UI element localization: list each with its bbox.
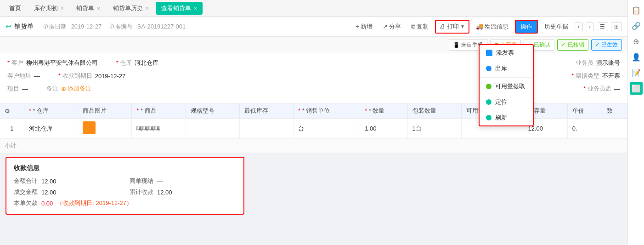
operator-field: 业务员 演示账号 <box>576 59 620 67</box>
copy-button[interactable]: ⧉ 复制 <box>407 21 432 33</box>
product-image <box>83 121 96 134</box>
customer-label: 客户 <box>7 59 23 67</box>
row-amount <box>602 119 627 139</box>
add-note-button[interactable]: ⊕ 添加备注 <box>61 85 91 93</box>
ticket-type-value: 不开票 <box>602 72 620 80</box>
cumulative-label: 累计收款 <box>130 188 153 196</box>
address-field: 客户地址 — <box>7 72 40 80</box>
amount-col-header: 数 <box>602 103 627 119</box>
note-field: 备注 ⊕ 添加备注 <box>46 85 91 93</box>
product-img-col-header: 商品图片 <box>78 103 131 119</box>
refresh-item[interactable]: 刷新 <box>480 110 533 125</box>
row-product-img <box>78 119 131 139</box>
note-label: 备注 <box>46 85 58 93</box>
sidebar-user-icon[interactable]: 👤 <box>630 51 643 63</box>
settlement-label: 同单现结 <box>130 177 153 185</box>
business-field: 业务员孟 — <box>583 85 620 93</box>
available-extract-item[interactable]: 可用量提取 <box>480 79 533 94</box>
tab-sales-history[interactable]: 销货单历史 × <box>107 2 154 15</box>
business-label: 业务员孟 <box>583 85 611 93</box>
stock-out-item[interactable]: 出库 <box>480 61 533 76</box>
business-value: — <box>614 85 620 92</box>
address-value: — <box>34 73 40 80</box>
effective-button[interactable]: ✓ 已生效 <box>591 39 622 51</box>
qty-col-header: * * 数量 <box>360 103 407 119</box>
operate-button[interactable]: 操作 <box>515 20 538 34</box>
settings-col-header: ⚙ <box>0 103 24 119</box>
row-warehouse: 河北仓库 <box>24 119 78 139</box>
share-icon: ↗ <box>383 23 388 30</box>
new-button[interactable]: + 新增 <box>352 21 376 33</box>
locate-icon <box>486 99 491 105</box>
payment-info-box: 收款信息 金额合计 12.00 同单现结 — 成交金额 12.00 累计收款 1… <box>6 157 244 215</box>
close-icon[interactable]: × <box>61 6 63 11</box>
copy-icon: ⧉ <box>411 23 415 30</box>
grid-view-button[interactable]: ☰ <box>597 22 608 31</box>
unit-col-header: * * 销售单位 <box>294 103 360 119</box>
prev-button[interactable]: ‹ <box>575 22 583 31</box>
phone-icon: 📱 <box>453 42 460 48</box>
plus-icon: ⊕ <box>61 85 66 92</box>
settlement-value: — <box>157 178 163 185</box>
customer-value: 柳州粤港平安气体有限公司 <box>26 59 98 67</box>
tab-inventory-init[interactable]: 库存期初 × <box>28 2 69 15</box>
warehouse-value: 河北仓库 <box>135 59 158 67</box>
list-view-button[interactable]: ⊞ <box>611 22 622 31</box>
tab-sales-order[interactable]: 销货单 × <box>71 2 105 15</box>
row-package-qty: 1台 <box>407 119 461 139</box>
project-label: 项目 <box>7 85 19 93</box>
amount-total-row: 金额合计 12.00 <box>14 177 120 185</box>
add-invoice-item[interactable]: 添发票 <box>480 45 533 61</box>
next-button[interactable]: › <box>586 22 594 31</box>
project-value: — <box>22 85 28 92</box>
close-icon[interactable]: × <box>194 6 197 11</box>
due-date-field: 收款到期日 2019-12-27 <box>58 72 125 80</box>
product-col-header: * * 商品 <box>132 103 186 119</box>
tab-view-sales[interactable]: 查看销货单 × <box>156 2 202 15</box>
package-qty-col-header: 包装数量 <box>407 103 461 119</box>
close-icon[interactable]: × <box>146 6 148 11</box>
row-unit-price: 0. <box>567 119 602 139</box>
sidebar-expand-icon[interactable]: ⬜ <box>630 82 643 95</box>
date-label: 单据日期 2019-12-27 <box>43 23 102 31</box>
print-button[interactable]: 🖨 打印 ▼ <box>435 20 469 34</box>
sold-out-button[interactable]: ✓ 已核销 <box>557 39 588 51</box>
gear-icon[interactable]: ⚙ <box>5 108 10 114</box>
subtotal-row: 小计 <box>0 139 627 153</box>
row-unit: 台 <box>294 119 360 139</box>
locate-item[interactable]: 定位 <box>480 94 533 110</box>
sidebar-note-icon[interactable]: 📋 <box>630 4 643 17</box>
unit-price-col-header: 单价 <box>567 103 602 119</box>
row-product: 嘻嘻嘻嘻 <box>132 119 186 139</box>
history-button[interactable]: 历史单据 <box>541 21 572 33</box>
sales-order-icon: ↩ <box>6 22 11 31</box>
logistics-button[interactable]: 🚚 物流信息 <box>472 21 512 33</box>
dropdown-arrow: ▼ <box>460 24 465 29</box>
tab-home[interactable]: 首页 <box>4 2 27 15</box>
share-button[interactable]: ↗ 分享 <box>379 21 405 33</box>
ticket-type-label: 票据类型 <box>571 72 599 80</box>
row-min-stock <box>239 119 293 139</box>
amount-total-label: 金额合计 <box>14 177 38 185</box>
close-icon[interactable]: × <box>97 6 100 11</box>
print-icon: 🖨 <box>440 23 446 30</box>
arrears-row: 本单欠款 0.00 （收款到期日: 2019-12-27） <box>14 199 236 207</box>
cumulative-value: 12.00 <box>157 189 172 196</box>
date-value: 2019-12-27 <box>71 23 102 30</box>
warehouse-label: 仓库 <box>116 59 132 67</box>
tab-bar: 首页 库存期初 × 销货单 × 销货单历史 × 查看销货单 × × <box>0 0 644 17</box>
subtotal-label: 小计 <box>0 139 627 153</box>
payment-title: 收款信息 <box>14 164 236 172</box>
stock-out-icon <box>486 66 491 71</box>
sidebar-add-icon[interactable]: ⊕ <box>630 35 643 48</box>
due-note: （收款到期日: 2019-12-27） <box>56 199 132 207</box>
number-value: SA-20191227-001 <box>137 23 186 30</box>
sidebar-link-icon[interactable]: 🔗 <box>630 19 643 32</box>
row-spec <box>186 119 239 139</box>
address-label: 客户地址 <box>7 72 31 80</box>
sidebar-doc-icon[interactable]: 📝 <box>630 66 643 79</box>
transaction-row: 成交金额 12.00 <box>14 188 120 196</box>
operation-dropdown: 添发票 出库 可用量提取 定位 刷新 <box>479 44 534 126</box>
payment-grid: 金额合计 12.00 同单现结 — 成交金额 12.00 累计收款 12.00 … <box>14 177 236 207</box>
toolbar-actions: + 新增 ↗ 分享 ⧉ 复制 🖨 打印 ▼ 🚚 物流信息 <box>352 20 622 34</box>
